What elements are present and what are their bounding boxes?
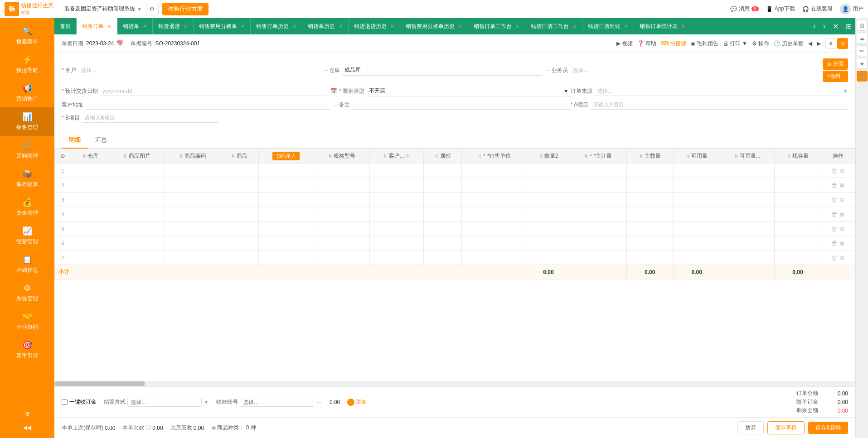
sidebar-item-nav[interactable]: ⚡ 快捷导航 [0, 50, 54, 79]
tab-sales-stats[interactable]: 销售订单统计表 ✕ [634, 18, 691, 34]
save-new-button[interactable]: 保存&新增 [808, 422, 848, 434]
right-panel-star-icon[interactable]: ★ [857, 58, 868, 69]
sidebar-item-finance[interactable]: 💰 资金管理 [0, 193, 54, 221]
tab-close-cash-workbench[interactable]: ✕ [572, 24, 577, 29]
th-main-unit[interactable]: ⇅**主计量 [570, 149, 626, 164]
tab-close-sales-order[interactable]: ✕ [107, 24, 112, 29]
sidebar-item-sales[interactable]: 📊 销售管理 [0, 107, 54, 136]
tab-sales-return[interactable]: 销货退货 ✕ [153, 18, 194, 34]
delete-row-7-icon[interactable]: 🗑 [831, 254, 838, 261]
collection-account-input[interactable] [240, 398, 314, 407]
row-unit-1[interactable] [462, 164, 527, 178]
tab-prev-button[interactable]: ‹ [810, 18, 819, 34]
tab-cash-reconcile[interactable]: 钱货日清对账 ✕ [582, 18, 634, 34]
tab-return-history[interactable]: 销货退货历史 ✕ [349, 18, 400, 34]
th-spec[interactable]: ⇅规格型号 [314, 149, 370, 164]
right-panel-edit-icon[interactable]: ✏ [857, 45, 868, 56]
tab-close-cash-reconcile[interactable]: ✕ [624, 24, 628, 29]
row-attr-1[interactable] [423, 164, 461, 178]
sidebar-collapse-button[interactable]: ◀◀ [0, 421, 54, 434]
delete-row-4-icon[interactable]: 🗑 [831, 211, 838, 218]
user-button[interactable]: 👤 用户 [840, 4, 863, 14]
tab-close-expense-history[interactable]: ✕ [458, 24, 462, 29]
tab-detail[interactable]: 明细 [62, 132, 88, 149]
customer-input[interactable] [79, 66, 320, 75]
b-project-input[interactable] [82, 113, 218, 123]
settings-btn[interactable]: ⚙ 设置 [823, 58, 848, 70]
tab-close-sales-return[interactable]: ✕ [184, 24, 188, 29]
sidebar-bottom-settings[interactable]: ⚙ [0, 407, 54, 421]
row-mainunit-1[interactable] [570, 164, 626, 178]
add-material-btn[interactable]: +物料 [823, 71, 848, 82]
settlement-input[interactable] [127, 398, 202, 407]
sidebar-item-basic-info[interactable]: 📋 基础信息 [0, 250, 54, 279]
tab-close-all-button[interactable]: ✕ [829, 18, 842, 34]
tab-sales-invoice[interactable]: 销货单 ✕ [117, 18, 153, 34]
right-panel-tool-icon[interactable]: 🔧 [857, 71, 868, 82]
row-qty2-1[interactable] [527, 164, 570, 178]
tab-close-sales-expense[interactable]: ✕ [241, 24, 245, 29]
tab-home[interactable]: 首页 [54, 18, 77, 34]
th-warehouse[interactable]: ⇅仓库 [71, 149, 109, 164]
delete-row-2-icon[interactable]: 🗑 [831, 182, 838, 189]
tab-close-return-history[interactable]: ✕ [390, 24, 394, 29]
delete-row-1-icon[interactable]: 🗑 [831, 167, 838, 174]
th-available[interactable]: ⇅可用量 [673, 149, 720, 164]
sidebar-item-marketing[interactable]: 📢 营销推广 [0, 79, 54, 107]
copy-row-4-icon[interactable]: ⊕ [839, 211, 845, 218]
prev-record-button[interactable]: ◀ [808, 40, 812, 47]
list-view-button[interactable]: ≡ [825, 38, 836, 49]
order-source-input[interactable] [595, 87, 840, 96]
copy-row-2-icon[interactable]: ⊕ [839, 182, 845, 189]
tab-invoice-history[interactable]: 销货单历史 ✕ [302, 18, 349, 34]
copy-row-3-icon[interactable]: ⊕ [839, 196, 845, 203]
calendar-icon[interactable]: 📅 [116, 40, 123, 47]
tab-sales-expense[interactable]: 销售费用分摊单 ✕ [194, 18, 251, 34]
th-attribute[interactable]: ⇅属性 [423, 149, 461, 164]
row-code-1[interactable] [165, 164, 220, 178]
delete-row-3-icon[interactable]: 🗑 [831, 196, 838, 203]
sidebar-item-enterprise[interactable]: 🤝 企业协同 [0, 307, 54, 336]
tab-menu-button[interactable]: ⊞ [842, 18, 855, 34]
copy-row-1-icon[interactable]: ⊕ [839, 167, 845, 174]
remark-input[interactable] [353, 100, 570, 110]
right-panel-cloud-icon[interactable]: ☁ [857, 33, 868, 43]
a-project-input[interactable] [591, 100, 848, 110]
grid-view-button[interactable]: ⊞ [837, 38, 848, 49]
th-product-image[interactable]: ⇅商品图片 [109, 149, 165, 164]
copy-row-7-icon[interactable]: ⊕ [839, 254, 845, 261]
delete-row-5-icon[interactable]: 🗑 [831, 225, 838, 232]
message-button[interactable]: 💬 消息 9 [730, 5, 759, 13]
tab-next-button[interactable]: › [820, 18, 829, 34]
th-settings[interactable]: ⚙ [55, 149, 71, 164]
tab-close-sales-stats[interactable]: ✕ [681, 24, 685, 29]
operations-button[interactable]: ⚙ 操作 [752, 40, 769, 48]
sidebar-item-purchase[interactable]: 🛒 采购管理 [0, 136, 54, 164]
row-spec-1[interactable] [314, 164, 370, 178]
invoice-type-select[interactable]: 不开票 ▼ [367, 86, 570, 96]
tab-close-order-history[interactable]: ✕ [292, 24, 296, 29]
online-service-button[interactable]: 🎧 在线客服 [802, 5, 833, 13]
row-warehouse-6[interactable] [71, 236, 109, 250]
row-warehouse-5[interactable] [71, 221, 109, 236]
shortcut-button[interactable]: ⌨ 快捷键 [661, 40, 686, 48]
next-record-button[interactable]: ▶ [817, 40, 821, 47]
delete-row-6-icon[interactable]: 🗑 [831, 240, 838, 247]
th-main-qty[interactable]: ⇅主数量 [626, 149, 673, 164]
row-mainqty-1[interactable] [626, 164, 673, 178]
tab-cash-workbench[interactable]: 钱货日清工作台 ✕ [525, 18, 582, 34]
discard-button[interactable]: 放弃 [737, 421, 764, 434]
horizontal-scrollbar[interactable] [54, 381, 855, 386]
row-custcode-1[interactable] [369, 164, 423, 178]
th-customer-code[interactable]: ⇅客户...ⓘ [369, 149, 423, 164]
salesperson-input[interactable] [571, 66, 819, 75]
tab-sales-order-history[interactable]: 销售订单历史 ✕ [251, 18, 302, 34]
right-panel-grid-icon[interactable]: ⊞ [857, 20, 868, 31]
solution-button[interactable]: 体验行业方案 [162, 3, 209, 15]
sidebar-item-system[interactable]: ⚙ 系统管理 [0, 279, 54, 307]
th-qty2[interactable]: ⇅数量2 [527, 149, 570, 164]
one-click-checkbox-input[interactable] [62, 399, 68, 405]
th-available2[interactable]: ⇅可用量... [720, 149, 774, 164]
chevron-down-icon[interactable]: ▼ [137, 6, 142, 12]
history-button[interactable]: 🕐 历史单据 [774, 40, 804, 48]
